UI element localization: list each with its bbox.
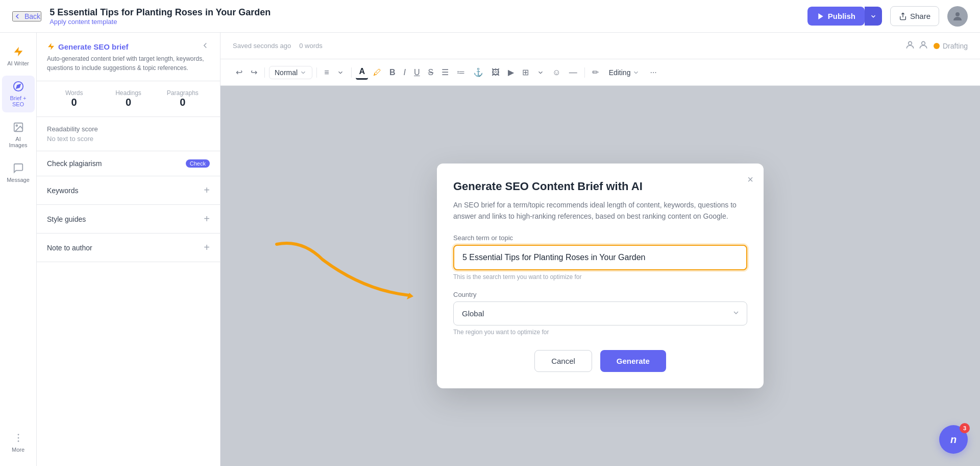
emoji-button[interactable]: ☺ (549, 66, 564, 79)
svg-point-11 (909, 41, 912, 45)
topbar-right: Publish Share (807, 6, 968, 27)
svg-point-8 (17, 437, 19, 439)
cancel-button[interactable]: Cancel (534, 350, 592, 372)
modal-overlay: × Generate SEO Content Brief with AI An … (220, 86, 980, 466)
publish-button[interactable]: Publish (807, 7, 865, 26)
more-toolbar-button[interactable]: — (566, 66, 580, 79)
svg-marker-2 (14, 47, 22, 56)
plagiarism-action: Check (186, 159, 210, 168)
image-icon (13, 122, 24, 134)
stat-headings-label: Headings (101, 89, 155, 97)
drafting-label: Drafting (943, 42, 968, 50)
readability-value: No text to score (47, 135, 210, 143)
italic-button[interactable]: I (401, 66, 409, 79)
sidebar-item-label: AI Writer (7, 60, 29, 66)
svg-marker-4 (16, 84, 20, 88)
svg-marker-0 (818, 13, 823, 19)
redo-button[interactable]: ↪ (248, 65, 260, 79)
editor-toolbar: Saved seconds ago 0 words Drafting (220, 33, 980, 59)
chat-badge: 3 (960, 423, 970, 433)
sidebar-item-message[interactable]: Message (2, 157, 35, 188)
modal-close-button[interactable]: × (747, 174, 753, 185)
bullet-list-button[interactable]: ☰ (438, 65, 452, 79)
country-hint: The region you want to optimize for (453, 329, 747, 336)
sidebar-item-more[interactable]: More (2, 427, 35, 458)
apply-template-link[interactable]: Apply content template (50, 18, 271, 26)
formatting-dropdown[interactable]: Normal (269, 66, 312, 79)
saved-text: Saved seconds ago (233, 42, 291, 50)
readability-label: Readability score (47, 125, 210, 133)
stat-paragraphs: Paragraphs 0 (156, 89, 210, 108)
align-dropdown-button[interactable] (334, 67, 347, 78)
drafting-badge: Drafting (934, 42, 968, 50)
back-label: Back (24, 12, 40, 20)
search-term-label: Search term or topic (453, 234, 747, 242)
search-term-input[interactable] (453, 245, 747, 270)
style-guides-add-icon[interactable]: + (204, 213, 210, 225)
highlight-button[interactable]: 🖊 (370, 66, 384, 79)
brief-panel-chevron-icon[interactable] (201, 41, 210, 52)
font-color-button[interactable]: A (356, 65, 368, 80)
country-group: Country Global United States United King… (453, 291, 747, 336)
generate-button[interactable]: Generate (600, 350, 666, 372)
brief-panel: Generate SEO brief Auto-generated conten… (37, 33, 220, 466)
editing-dropdown[interactable]: Editing (604, 66, 645, 79)
media-button[interactable]: 🖼 (488, 66, 503, 79)
editor-status: Saved seconds ago 0 words (233, 42, 323, 50)
undo-button[interactable]: ↩ (233, 65, 246, 79)
user-icon (905, 40, 915, 52)
pencil-button[interactable]: ✏ (589, 65, 602, 79)
plagiarism-row[interactable]: Check plagiarism Check (37, 151, 220, 176)
modal-dialog: × Generate SEO Content Brief with AI An … (437, 164, 764, 389)
share-button[interactable]: Share (890, 6, 939, 26)
lightning-icon (13, 46, 24, 58)
strikethrough-button[interactable]: S (425, 66, 437, 79)
svg-point-12 (922, 41, 925, 45)
back-button[interactable]: Back (12, 11, 41, 21)
svg-marker-13 (407, 293, 413, 299)
keywords-add-icon[interactable]: + (204, 184, 210, 196)
play-button[interactable]: ▶ (505, 65, 517, 79)
search-term-group: Search term or topic This is the search … (453, 234, 747, 281)
modal-footer: Cancel Generate (453, 350, 747, 372)
compass-icon (13, 81, 24, 93)
svg-point-1 (955, 12, 960, 16)
align-button[interactable]: ≡ (321, 66, 332, 79)
country-select[interactable]: Global United States United Kingdom Cana… (453, 301, 747, 325)
more-options-button[interactable]: ··· (647, 66, 659, 79)
stat-words-value: 0 (47, 97, 101, 108)
publish-dropdown-arrow[interactable] (865, 7, 882, 26)
underline-button[interactable]: U (411, 66, 423, 79)
note-add-icon[interactable]: + (204, 242, 210, 253)
stat-words-label: Words (47, 89, 101, 97)
stats-row: Words 0 Headings 0 Paragraphs 0 (37, 81, 220, 117)
sidebar-item-brief-seo[interactable]: Brief + SEO (2, 76, 35, 112)
plagiarism-label: Check plagiarism (47, 159, 102, 168)
editing-label: Editing (609, 68, 631, 77)
keywords-row[interactable]: Keywords + (37, 176, 220, 205)
brief-title-text: Generate SEO brief (58, 42, 129, 51)
bold-button[interactable]: B (386, 66, 399, 79)
sidebar-item-ai-writer[interactable]: AI Writer (2, 41, 35, 72)
sidebar-item-label: Brief + SEO (6, 95, 31, 107)
table-dropdown-button[interactable] (534, 67, 547, 78)
avatar[interactable] (947, 6, 968, 27)
stat-paragraphs-label: Paragraphs (156, 89, 210, 97)
country-select-wrapper: Global United States United Kingdom Cana… (453, 301, 747, 325)
link-button[interactable]: ⚓ (470, 65, 486, 79)
style-guides-label: Style guides (47, 215, 86, 223)
editor-canvas[interactable]: × Generate SEO Content Brief with AI An … (220, 86, 980, 466)
toolbar-sep-4 (584, 67, 585, 78)
chat-widget[interactable]: 3 n (939, 425, 968, 454)
formatting-toolbar: ↩ ↪ Normal ≡ A 🖊 B I U S ☰ ≔ ⚓ 🖼 ▶ ⊞ (220, 59, 980, 86)
sidebar-item-ai-images[interactable]: AI Images (2, 116, 35, 153)
publish-wrapper: Publish (807, 7, 882, 26)
country-label: Country (453, 291, 747, 298)
numbered-list-button[interactable]: ≔ (454, 65, 468, 79)
sidebar-item-label: Message (7, 177, 30, 183)
table-button[interactable]: ⊞ (519, 65, 532, 79)
arrow-annotation (261, 229, 445, 311)
note-row[interactable]: Note to author + (37, 234, 220, 262)
brief-panel-desc: Auto-generated content brief with target… (47, 54, 210, 73)
style-guides-row[interactable]: Style guides + (37, 205, 220, 234)
